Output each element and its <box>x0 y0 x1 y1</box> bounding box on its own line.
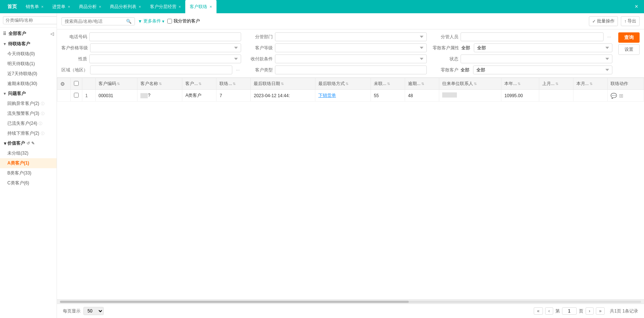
nav-sales[interactable]: 销售单 × <box>21 0 48 13</box>
last-page-btn[interactable]: » <box>596 307 605 315</box>
chat-icon[interactable]: 💬 <box>611 93 617 99</box>
more-conditions-btn[interactable]: ▼ 更多条件 ▾ <box>138 18 164 24</box>
sort-icon5[interactable]: ⇅ <box>281 82 284 86</box>
sidebar-item-churn-warning[interactable]: 流失预警客户(3) ⓘ <box>0 109 57 119</box>
close-customer-layer-icon[interactable]: × <box>179 4 181 9</box>
sort-icon1[interactable]: ⇅ <box>117 82 120 86</box>
sort-icon12[interactable]: ⇅ <box>590 82 593 86</box>
sidebar-group-problem-title[interactable]: ▼ 问题客户 <box>0 89 57 99</box>
price-level-select[interactable] <box>90 43 241 52</box>
row-checkbox[interactable] <box>74 93 79 98</box>
select-all-checkbox[interactable] <box>74 81 79 86</box>
refresh-icon[interactable]: ↺ <box>26 141 30 146</box>
sidebar-group-pending: ▼ 待联络客户 今天待联络(0) 明天待联络(1) 近7天待联络(0) 逾期未联… <box>0 39 57 89</box>
nav-home[interactable]: 首页 <box>3 0 21 13</box>
sort-icon3[interactable]: ⇅ <box>198 82 201 86</box>
nav-customer-contact[interactable]: 客户联络 × <box>185 0 216 13</box>
scrollbar-thumb[interactable] <box>60 301 409 303</box>
status-label: 状态 <box>433 56 458 62</box>
person-ellipsis[interactable]: ··· <box>606 34 612 39</box>
sort-icon10[interactable]: ⇅ <box>518 82 520 86</box>
main-search-icon[interactable]: 🔍 <box>126 19 132 24</box>
contact-method-link[interactable]: 下销货单 <box>318 93 336 98</box>
prev-page-btn[interactable]: ‹ <box>545 307 553 315</box>
phone-input[interactable] <box>89 32 241 41</box>
sidebar-item-7days[interactable]: 近7天待联络(0) <box>0 69 57 79</box>
close-purchase-icon[interactable]: × <box>68 4 70 9</box>
sidebar-item-b-class[interactable]: B类客户(33) <box>0 168 57 178</box>
close-analysis-icon[interactable]: × <box>99 4 101 9</box>
status-select[interactable] <box>461 54 612 63</box>
sort-icon9[interactable]: ⇅ <box>474 82 477 86</box>
my-customers-filter[interactable]: 我分管的客户 <box>167 18 200 24</box>
main-search-input[interactable] <box>65 19 126 24</box>
sidebar-item-c-class[interactable]: C类客户(6) <box>0 178 57 188</box>
sort-icon8[interactable]: ⇅ <box>421 82 424 86</box>
sidebar-group-value-title[interactable]: ▼ 价值客户 ↺ ✎ <box>0 138 57 148</box>
sort-icon11[interactable]: ⇅ <box>555 82 558 86</box>
close-customer-contact-icon[interactable]: × <box>210 4 212 9</box>
filter-cell-customer-level: 客户等级 <box>247 43 427 52</box>
filter-cell-price-level: 客户价格等级 <box>61 43 241 52</box>
gear-icon[interactable]: ⚙ <box>60 81 65 87</box>
filter-cell-retail-attr: 零散客户属性 全部 全部 <box>433 43 612 52</box>
sidebar-item-churned[interactable]: 已流失客户(24) ⓘ <box>0 119 57 128</box>
retail-select[interactable]: 全部 <box>473 66 612 74</box>
top-right-actions: ✓ 批量操作 ↑ 导出 <box>589 16 640 26</box>
horizontal-scrollbar[interactable] <box>57 299 644 304</box>
sort-icon7[interactable]: ⇅ <box>387 82 390 86</box>
filter-cell-dept: 分管部门 <box>247 32 427 41</box>
person-input[interactable] <box>461 32 604 41</box>
close-sales-icon[interactable]: × <box>41 4 43 9</box>
sidebar-item-a-class[interactable]: A类客户(1) <box>0 158 57 168</box>
nav-purchase[interactable]: 进货单 × <box>48 0 74 13</box>
customer-level-select[interactable] <box>275 43 427 52</box>
payment-select[interactable] <box>275 54 427 63</box>
retail-attr-select[interactable]: 全部 <box>474 43 612 52</box>
person-label: 分管人员 <box>433 34 458 40</box>
arrow-down-icon2: ▼ <box>3 92 7 96</box>
price-level-label: 客户价格等级 <box>61 45 88 51</box>
filter-row-1: 电话号码 分管部门 <box>61 32 612 41</box>
settings-button[interactable]: 设置 <box>618 44 640 55</box>
col-code-header: 客户编码⇅ <box>96 78 137 90</box>
info-icon4: ⓘ <box>41 131 44 136</box>
grid-icon: ⠿ <box>3 31 6 36</box>
nav-customer-layer[interactable]: 客户分层经营 × <box>146 0 185 13</box>
nav-analysis[interactable]: 商品分析 × <box>75 0 105 13</box>
sidebar-group-pending-title[interactable]: ▼ 待联络客户 <box>0 39 57 49</box>
sort-icon4[interactable]: ⇅ <box>233 82 236 86</box>
sidebar-item-ungrouped[interactable]: 未分组(32) <box>0 148 57 158</box>
close-analysis-list-icon[interactable]: × <box>139 4 141 9</box>
payment-label: 收付款条件 <box>247 56 273 62</box>
sidebar-search-input[interactable] <box>3 16 57 24</box>
my-customers-checkbox[interactable] <box>167 19 172 24</box>
region-ellipsis[interactable]: ··· <box>235 67 241 73</box>
filter-cell-customer-type: 客户类型 <box>247 66 427 74</box>
page-input[interactable] <box>562 307 577 315</box>
edit-icon[interactable]: ✎ <box>31 141 35 146</box>
customer-type-input[interactable] <box>275 66 427 74</box>
sort-icon6[interactable]: ⇅ <box>346 82 348 86</box>
sidebar-item-repurchase-abnormal[interactable]: 回购异常客户(2) ⓘ <box>0 99 57 109</box>
sidebar-item-overdue[interactable]: 逾期未联络(30) <box>0 79 57 89</box>
page-size-select[interactable]: 50 20 100 <box>83 307 104 315</box>
sidebar-item-declining[interactable]: 持续下滑客户(2) ⓘ <box>0 128 57 138</box>
filter-cell-phone: 电话号码 <box>61 32 241 41</box>
sidebar-item-today[interactable]: 今天待联络(0) <box>0 49 57 59</box>
collapse-icon[interactable]: ◁ <box>50 31 54 36</box>
dept-select[interactable] <box>275 32 427 41</box>
nature-select[interactable] <box>89 54 241 63</box>
first-page-btn[interactable]: « <box>534 307 543 315</box>
sidebar-item-tomorrow[interactable]: 明天待联络(1) <box>0 59 57 69</box>
cell-type: A类客户 <box>182 90 217 102</box>
window-close-icon[interactable]: × <box>632 3 641 10</box>
query-button[interactable]: 查询 <box>618 32 640 43</box>
next-page-btn[interactable]: › <box>586 307 594 315</box>
export-btn[interactable]: ↑ 导出 <box>621 16 640 26</box>
sort-icon2[interactable]: ⇅ <box>159 82 162 86</box>
nav-analysis-list[interactable]: 商品分析列表 × <box>105 0 145 13</box>
grid-action-icon[interactable]: ⊞ <box>619 93 623 99</box>
batch-op-btn[interactable]: ✓ 批量操作 <box>589 16 618 26</box>
region-input[interactable] <box>90 66 232 74</box>
